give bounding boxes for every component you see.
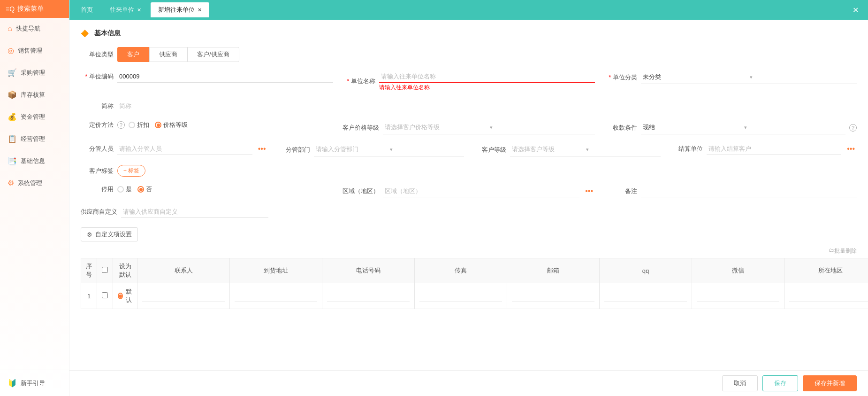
pricing-help-icon[interactable]: ? <box>117 121 125 129</box>
price-level-item: 客户价格等级 请选择客户价格等级 ▾ <box>343 121 595 134</box>
phone-input[interactable] <box>327 290 410 302</box>
unit-code-item: 单位编码 <box>81 70 333 83</box>
sidebar-item-quick-nav[interactable]: ⌂ 快捷导航 <box>0 18 69 39</box>
remark-label: 备注 <box>604 187 637 195</box>
sidebar-label-system: 系统管理 <box>18 179 42 187</box>
row-checkbox[interactable] <box>102 292 108 298</box>
sidebar-item-guide[interactable]: 🔰 新手引导 <box>0 374 69 392</box>
cell-checkbox <box>97 283 113 309</box>
sidebar-item-purchase[interactable]: 🛒 采购管理 <box>0 62 69 84</box>
price-level-select[interactable]: 请选择客户价格等级 ▾ <box>383 121 595 134</box>
radio-discount[interactable]: 折扣 <box>129 121 149 129</box>
dept-placeholder: 请输入分管部门 <box>316 145 388 154</box>
manager-input[interactable] <box>117 143 252 155</box>
unit-code-input[interactable] <box>117 70 333 83</box>
tab-new-partner-close[interactable]: ✕ <box>198 7 202 13</box>
save-new-button[interactable]: 保存并新增 <box>803 375 857 391</box>
operation-icon: 📋 <box>8 134 17 143</box>
table-body: 1 默认 <box>81 283 868 309</box>
contact-input[interactable] <box>142 290 225 302</box>
payment-terms-help-icon[interactable]: ? <box>849 124 857 132</box>
price-level-label: 客户价格等级 <box>343 124 379 132</box>
unit-type-supplier[interactable]: 供应商 <box>149 47 187 62</box>
batch-delete-area[interactable]: 🗂 批量删除 <box>81 247 857 255</box>
manager-dots-button[interactable]: ••• <box>256 145 268 153</box>
search-menu-label: 搜索菜单 <box>17 5 44 13</box>
radio-price-level[interactable]: 价格等级 <box>155 121 188 129</box>
payment-terms-select[interactable]: 现结 ▾ <box>641 121 845 134</box>
radio-yes[interactable]: 是 <box>117 185 132 194</box>
radio-yes-circle <box>117 186 124 193</box>
close-all-button[interactable]: ✕ <box>847 6 864 15</box>
unit-code-label: 单位编码 <box>81 72 114 81</box>
dept-item: 分管部门 请输入分管部门 ▾ <box>277 143 464 156</box>
cell-region <box>784 283 868 309</box>
sidebar-item-basic-info[interactable]: 📑 基础信息 <box>0 150 69 172</box>
tab-partner[interactable]: 往来单位 ✕ <box>102 2 149 17</box>
fax-input[interactable] <box>419 290 502 302</box>
sidebar-item-operation[interactable]: 📋 经营管理 <box>0 128 69 150</box>
sidebar-item-inventory[interactable]: 📦 库存核算 <box>0 84 69 106</box>
unit-type-both[interactable]: 客户/供应商 <box>187 47 239 62</box>
col-email: 邮箱 <box>507 258 600 283</box>
col-address: 到货地址 <box>230 258 322 283</box>
select-all-checkbox[interactable] <box>102 267 108 273</box>
cancel-button[interactable]: 取消 <box>722 375 758 391</box>
region-dots-button[interactable]: ••• <box>583 187 595 195</box>
supplier-custom-row: 供应商自定义 <box>81 206 857 218</box>
settlement-input[interactable] <box>707 143 842 155</box>
customer-level-select[interactable]: 请选择客户等级 ▾ <box>510 143 661 156</box>
col-wechat: 微信 <box>692 258 784 283</box>
search-menu[interactable]: ≡Q 搜索菜单 <box>0 0 69 18</box>
price-level-chevron: ▾ <box>490 124 593 131</box>
sidebar-label-basic-info: 基础信息 <box>21 157 45 165</box>
sidebar-item-system[interactable]: ⚙ 系统管理 <box>0 172 69 194</box>
supplier-custom-input[interactable] <box>121 206 268 218</box>
region-input[interactable] <box>383 185 579 197</box>
radio-yes-label: 是 <box>126 185 132 194</box>
pricing-row: 定价方法 ? 折扣 价格等级 客户价格等级 <box>81 121 857 134</box>
sidebar-label-purchase: 采购管理 <box>21 69 45 77</box>
qq-input[interactable] <box>604 290 687 302</box>
add-tag-label: + 标签 <box>123 167 139 175</box>
dept-chevron: ▾ <box>390 147 462 153</box>
unit-name-input[interactable] <box>379 70 595 83</box>
unit-type-customer[interactable]: 客户 <box>117 47 149 62</box>
row-default-radio[interactable]: 默认 <box>118 287 132 304</box>
radio-no-dot <box>139 188 143 191</box>
finance-icon: 💰 <box>8 112 17 121</box>
settlement-dots-button[interactable]: ••• <box>845 145 857 153</box>
address-input[interactable] <box>235 290 317 302</box>
short-name-label: 简称 <box>81 102 114 110</box>
contact-table: 序号 设为默认 联系人 到货地址 电话号码 传真 邮箱 qq 微信 所在地区 操… <box>81 258 868 309</box>
table-region-input[interactable] <box>789 290 868 302</box>
unit-name-error: 请输入往来单位名称 <box>379 84 595 92</box>
email-input[interactable] <box>512 290 594 302</box>
unit-category-select[interactable]: 未分类 ▾ <box>641 70 857 84</box>
sidebar-item-finance[interactable]: 💰 资金管理 <box>0 106 69 128</box>
wechat-input[interactable] <box>697 290 779 302</box>
tab-new-partner-label: 新增往来单位 <box>158 6 195 14</box>
unit-category-chevron: ▾ <box>750 74 855 80</box>
tab-new-partner[interactable]: 新增往来单位 ✕ <box>151 2 209 17</box>
manager-item: 分管人员 ••• <box>81 143 268 155</box>
dept-select[interactable]: 请输入分管部门 ▾ <box>314 143 464 156</box>
custom-settings-button[interactable]: ⚙ 自定义项设置 <box>81 227 138 241</box>
add-tag-button[interactable]: + 标签 <box>117 165 145 177</box>
payment-terms-item: 收款条件 现结 ▾ ? <box>604 121 857 134</box>
remark-input[interactable] <box>641 185 857 197</box>
disabled-radio-group: 是 否 <box>117 185 152 194</box>
settlement-item: 结算单位 ••• <box>670 143 857 155</box>
payment-terms-chevron: ▾ <box>744 124 844 131</box>
radio-no[interactable]: 否 <box>137 185 152 194</box>
sidebar-item-sales[interactable]: ◎ 销售管理 <box>0 39 69 62</box>
tab-partner-close[interactable]: ✕ <box>137 7 141 13</box>
manager-row: 分管人员 ••• 分管部门 请输入分管部门 ▾ 客户等级 请选择客户等级 ▾ 结… <box>81 143 857 156</box>
save-button[interactable]: 保存 <box>762 375 798 391</box>
tab-home[interactable]: 首页 <box>73 2 100 17</box>
batch-delete-icon: 🗂 <box>829 247 834 255</box>
col-contact: 联系人 <box>137 258 230 283</box>
unit-type-item: 单位类型 客户 供应商 客户/供应商 <box>81 47 239 62</box>
short-name-input[interactable] <box>117 100 240 112</box>
pricing-method-label: 定价方法 <box>81 121 114 129</box>
